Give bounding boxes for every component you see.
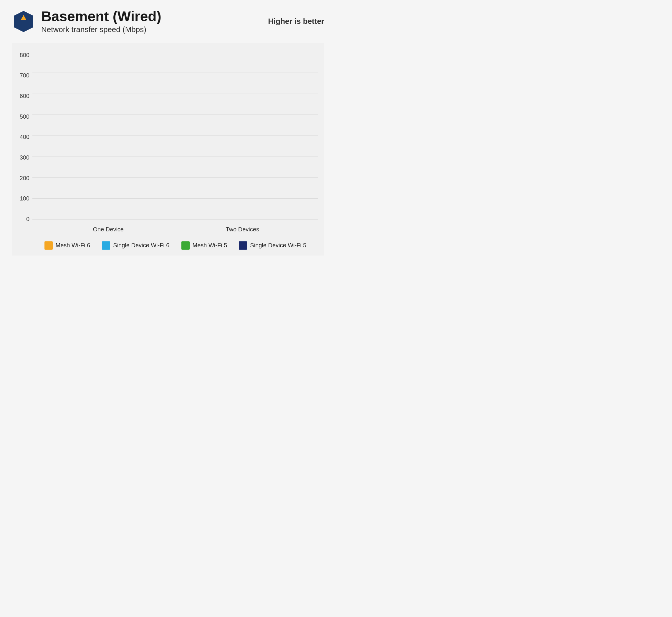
y-label-700: 700 (13, 72, 29, 79)
legend-color-single-wifi6 (102, 241, 110, 250)
y-label-100: 100 (13, 195, 29, 202)
legend-item-mesh-wifi5: Mesh Wi-Fi 5 (181, 241, 227, 250)
y-label-300: 300 (13, 154, 29, 161)
header: Basement (Wired) Network transfer speed … (12, 9, 324, 34)
header-left: Basement (Wired) Network transfer speed … (12, 9, 161, 34)
app-logo (12, 10, 35, 33)
y-label-200: 200 (13, 175, 29, 182)
title-block: Basement (Wired) Network transfer speed … (41, 9, 161, 34)
y-label-500: 500 (13, 113, 29, 120)
x-label-one-device: One Device (41, 226, 175, 233)
higher-is-better-label: Higher is better (268, 17, 324, 26)
legend-color-mesh-wifi5 (181, 241, 190, 250)
legend-item-single-wifi5: Single Device Wi-Fi 5 (239, 241, 306, 250)
legend-label-mesh-wifi5: Mesh Wi-Fi 5 (193, 242, 227, 249)
legend-color-mesh-wifi6 (44, 241, 53, 250)
legend-item-mesh-wifi6: Mesh Wi-Fi 6 (44, 241, 91, 250)
y-label-400: 400 (13, 134, 29, 141)
chart-area: 800 700 600 500 400 300 200 100 0 (12, 43, 324, 255)
y-label-800: 800 (13, 52, 29, 58)
legend-label-mesh-wifi6: Mesh Wi-Fi 6 (56, 242, 91, 249)
x-label-two-devices: Two Devices (175, 226, 310, 233)
chart-legend: Mesh Wi-Fi 6 Single Device Wi-Fi 6 Mesh … (32, 241, 318, 250)
svg-marker-0 (14, 11, 33, 32)
bars-container (32, 52, 318, 220)
page: Basement (Wired) Network transfer speed … (0, 0, 336, 267)
y-label-600: 600 (13, 93, 29, 99)
y-axis-labels: 800 700 600 500 400 300 200 100 0 (13, 52, 29, 223)
chart-container: 800 700 600 500 400 300 200 100 0 (32, 52, 318, 234)
legend-label-single-wifi6: Single Device Wi-Fi 6 (113, 242, 169, 249)
legend-item-single-wifi6: Single Device Wi-Fi 6 (102, 241, 169, 250)
x-axis-labels: One Device Two Devices (41, 226, 310, 233)
page-title: Basement (Wired) (41, 9, 161, 24)
y-label-0: 0 (13, 216, 29, 223)
legend-color-single-wifi5 (239, 241, 247, 250)
legend-label-single-wifi5: Single Device Wi-Fi 5 (250, 242, 306, 249)
page-subtitle: Network transfer speed (Mbps) (41, 25, 161, 34)
